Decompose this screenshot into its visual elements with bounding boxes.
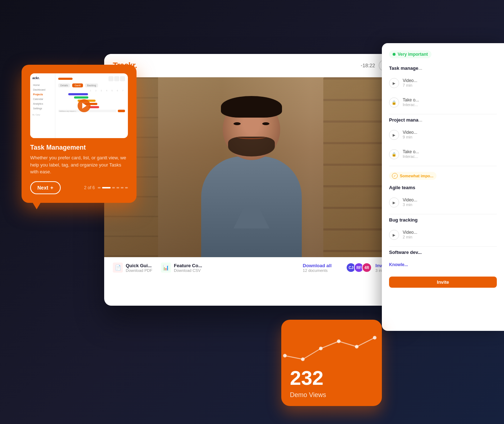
svg-point-3 xyxy=(337,339,341,343)
mini-app-preview: ackr. Home Dashboard Projects Calendar A… xyxy=(30,73,128,138)
tooltip-title: Task Management xyxy=(30,144,128,151)
software-link-item[interactable]: Knowle... xyxy=(389,259,497,270)
mini-nav-settings: Settings xyxy=(32,106,53,111)
tooltip-footer: Next + 2 of 6 xyxy=(30,181,128,194)
importance-badge: Very important xyxy=(389,50,431,58)
mini-tab-backlog: Backlog xyxy=(85,83,98,87)
project-lock-item: 🔒 Take o... Interac... xyxy=(389,146,497,162)
svg-point-0 xyxy=(283,354,287,357)
knowledge-link[interactable]: Knowle... xyxy=(389,262,408,267)
play-button-1[interactable]: ▶ xyxy=(389,78,399,88)
pdf-doc-item: 📄 Quick Gui... Download PDF xyxy=(113,263,152,273)
mini-play-overlay[interactable] xyxy=(78,99,91,112)
section-bug-title: Bug tracking xyxy=(389,217,497,223)
mini-sidebar: ackr. Home Dashboard Projects Calendar A… xyxy=(30,73,55,138)
next-btn-label: Next xyxy=(37,185,48,191)
task-lock-text: Take o... Interac... xyxy=(403,97,419,107)
task-video-text: Video... 7 min xyxy=(403,78,417,87)
divider-3 xyxy=(389,214,497,214)
gantt-header: 1 2 3 4 5 6 7 xyxy=(58,90,125,92)
person-head-area xyxy=(219,99,284,171)
csv-doc-text: Feature Co... Download CSV xyxy=(174,263,202,273)
mini-nav-calendar: Calendar xyxy=(32,97,53,101)
badge-dot xyxy=(393,53,396,56)
task-video-item[interactable]: ▶ Video... 7 min xyxy=(389,75,497,91)
somewhat-importance-badge: ✓ Somewhat impo... xyxy=(389,172,436,180)
csv-doc-sub: Download CSV xyxy=(174,268,202,273)
bug-video-item[interactable]: ▶ Video... 2 min xyxy=(389,227,497,243)
mini-content: Details Gantt Backlog 1 2 3 4 5 6 7 xyxy=(55,73,128,138)
badge-text: Very important xyxy=(398,52,428,57)
project-lock-text: Take o... Interac... xyxy=(403,149,419,159)
lock-icon-1: 🔒 xyxy=(389,97,399,108)
pdf-doc-sub: Download PDF xyxy=(126,268,152,273)
mini-nav-analytics: Analytics xyxy=(32,101,53,106)
project-video-item[interactable]: ▶ Video... 9 min xyxy=(389,127,497,143)
mini-user: Hi, Cary xyxy=(32,114,53,116)
somewhat-text: Somewhat impo... xyxy=(400,174,434,178)
mini-nav-home: Home xyxy=(32,83,53,87)
demo-views-number: 232 xyxy=(290,368,323,388)
demo-views-label: Demo Views xyxy=(290,391,326,399)
progress-dots xyxy=(98,187,128,188)
progress-dot-2 xyxy=(102,187,111,188)
video-area xyxy=(104,77,399,257)
download-all-count: 12 documents xyxy=(303,268,332,273)
tooltip-card: ackr. Home Dashboard Projects Calendar A… xyxy=(22,65,137,203)
divider-1 xyxy=(389,114,497,114)
pdf-doc-text: Quick Gui... Download PDF xyxy=(126,263,152,273)
next-button[interactable]: Next + xyxy=(30,181,61,194)
main-video-card: Trackr. -18:22 › xyxy=(104,54,399,306)
avatar-4r: 4R xyxy=(362,263,372,273)
mini-nav-dashboard: Dashboard xyxy=(32,87,53,92)
demo-chart xyxy=(281,327,382,370)
project-video-text: Video... 9 min xyxy=(403,130,417,139)
progress-dot-4 xyxy=(116,187,119,188)
csv-doc-item: 📊 Feature Co... Download CSV xyxy=(161,263,202,273)
somewhat-check-icon: ✓ xyxy=(392,173,398,179)
download-all-section: Download all 12 documents xyxy=(303,263,332,273)
lock-icon-2: 🔒 xyxy=(389,149,399,159)
play-button-4[interactable]: ▶ xyxy=(389,230,399,240)
progress-dot-5 xyxy=(121,187,124,188)
play-button-3[interactable]: ▶ xyxy=(389,197,399,208)
progress-dot-3 xyxy=(112,187,115,188)
download-all-link[interactable]: Download all xyxy=(303,263,332,268)
pdf-icon: 📄 xyxy=(113,263,123,273)
divider-4 xyxy=(389,246,497,247)
mini-play-icon xyxy=(82,103,87,109)
agile-video-item[interactable]: ▶ Video... 3 min xyxy=(389,195,497,210)
progress-section: 2 of 6 xyxy=(84,185,128,190)
agile-video-text: Video... 3 min xyxy=(403,197,417,207)
mini-tab-gantt: Gantt xyxy=(72,83,83,87)
avatar-group: CJ RF 4R xyxy=(346,263,372,273)
divider-2 xyxy=(389,166,497,166)
section-agile-title: Agile teams xyxy=(389,185,497,190)
demo-views-card: 232 Demo Views xyxy=(281,320,382,406)
svg-point-1 xyxy=(301,357,305,361)
csv-icon: 📊 xyxy=(161,263,171,273)
play-button-2[interactable]: ▶ xyxy=(389,130,399,140)
invite-button[interactable]: Invite xyxy=(389,277,497,288)
svg-point-2 xyxy=(319,347,323,350)
svg-point-5 xyxy=(373,336,376,339)
csv-doc-name: Feature Co... xyxy=(174,263,202,268)
timer-text: -18:22 xyxy=(361,63,375,68)
progress-dot-6 xyxy=(125,187,128,188)
gantt-rows xyxy=(58,93,125,108)
section-software-title: Software dev... xyxy=(389,250,497,255)
mini-tab-details: Details xyxy=(58,83,70,87)
mini-tabs: Details Gantt Backlog xyxy=(58,83,125,87)
tooltip-description: Whether you prefer card, list, or gantt … xyxy=(30,154,128,175)
mini-brand: ackr. xyxy=(32,76,53,80)
next-btn-icon: + xyxy=(50,185,53,191)
right-panel: Very important Task manage... ▶ Video...… xyxy=(382,43,504,331)
card-header: Trackr. -18:22 › xyxy=(104,54,399,77)
mini-nav-projects: Projects xyxy=(32,92,53,97)
task-lock-item: 🔒 Take o... Interac... xyxy=(389,95,497,110)
card-bottom-bar: 📄 Quick Gui... Download PDF 📊 Feature Co… xyxy=(104,257,399,278)
svg-point-4 xyxy=(355,345,359,348)
progress-counter: 2 of 6 xyxy=(84,185,95,190)
bug-video-text: Video... 2 min xyxy=(403,230,417,239)
pdf-doc-name: Quick Gui... xyxy=(126,263,152,268)
